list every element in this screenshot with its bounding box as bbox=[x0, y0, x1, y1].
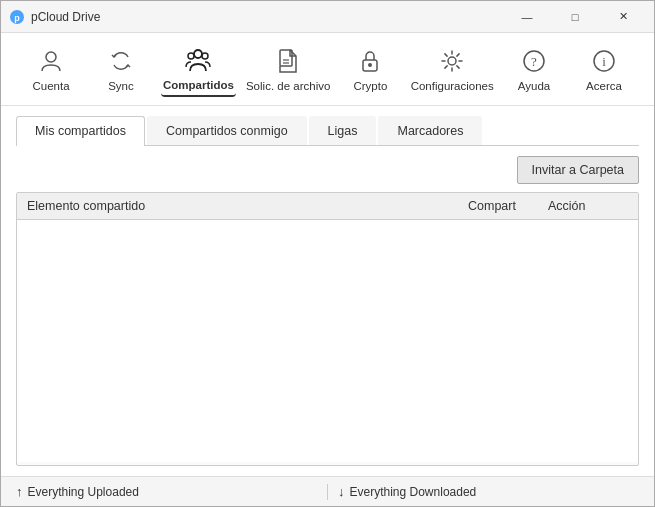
column-header-elemento: Elemento compartido bbox=[27, 199, 468, 213]
configuraciones-icon bbox=[437, 46, 467, 76]
svg-point-3 bbox=[194, 50, 202, 58]
window-controls: — □ ✕ bbox=[504, 1, 646, 33]
cuenta-label: Cuenta bbox=[32, 80, 69, 92]
svg-point-10 bbox=[368, 63, 372, 67]
solic-archivo-icon bbox=[273, 46, 303, 76]
toolbar-item-sync[interactable]: Sync bbox=[91, 42, 151, 96]
sync-label: Sync bbox=[108, 80, 134, 92]
toolbar-item-crypto[interactable]: Crypto bbox=[340, 42, 400, 96]
crypto-icon bbox=[355, 46, 385, 76]
svg-point-5 bbox=[188, 53, 194, 59]
cuenta-icon bbox=[36, 46, 66, 76]
svg-point-11 bbox=[448, 57, 456, 65]
acerca-label: Acerca bbox=[586, 80, 622, 92]
toolbar-item-configuraciones[interactable]: Configuraciones bbox=[410, 42, 494, 96]
window-title: pCloud Drive bbox=[31, 10, 504, 24]
download-status-text: Everything Downloaded bbox=[350, 485, 477, 499]
solic-archivo-label: Solic. de archivo bbox=[246, 80, 330, 92]
toolbar-item-compartidos[interactable]: Compartidos bbox=[161, 41, 236, 97]
column-header-accion: Acción bbox=[548, 199, 628, 213]
upload-status: ↑ Everything Uploaded bbox=[16, 484, 317, 499]
maximize-button[interactable]: □ bbox=[552, 1, 598, 33]
toolbar: Cuenta Sync bbox=[1, 33, 654, 106]
invite-folder-button[interactable]: Invitar a Carpeta bbox=[517, 156, 639, 184]
content-area: Mis compartidos Compartidos conmigo Liga… bbox=[1, 106, 654, 476]
toolbar-item-cuenta[interactable]: Cuenta bbox=[21, 42, 81, 96]
compartidos-label: Compartidos bbox=[163, 79, 234, 91]
status-divider bbox=[327, 484, 328, 500]
sync-icon bbox=[106, 46, 136, 76]
download-status: ↓ Everything Downloaded bbox=[338, 484, 639, 499]
toolbar-item-ayuda[interactable]: ? Ayuda bbox=[504, 42, 564, 96]
svg-text:p: p bbox=[14, 13, 20, 23]
shared-items-table: Elemento compartido Compart Acción bbox=[16, 192, 639, 466]
toolbar-item-solic-archivo[interactable]: Solic. de archivo bbox=[246, 42, 331, 96]
ayuda-icon: ? bbox=[519, 46, 549, 76]
action-bar: Invitar a Carpeta bbox=[16, 156, 639, 184]
upload-icon: ↑ bbox=[16, 484, 23, 499]
crypto-label: Crypto bbox=[353, 80, 387, 92]
ayuda-label: Ayuda bbox=[518, 80, 550, 92]
status-bar: ↑ Everything Uploaded ↓ Everything Downl… bbox=[1, 476, 654, 506]
close-button[interactable]: ✕ bbox=[600, 1, 646, 33]
compartidos-icon bbox=[183, 45, 213, 75]
svg-text:i: i bbox=[602, 54, 606, 69]
tab-bar: Mis compartidos Compartidos conmigo Liga… bbox=[16, 116, 639, 146]
app-icon: p bbox=[9, 9, 25, 25]
table-header: Elemento compartido Compart Acción bbox=[17, 193, 638, 220]
toolbar-item-acerca[interactable]: i Acerca bbox=[574, 42, 634, 96]
column-header-compart: Compart bbox=[468, 199, 548, 213]
upload-status-text: Everything Uploaded bbox=[28, 485, 139, 499]
table-body bbox=[17, 220, 638, 462]
title-bar: p pCloud Drive — □ ✕ bbox=[1, 1, 654, 33]
tab-mis-compartidos[interactable]: Mis compartidos bbox=[16, 116, 145, 146]
svg-text:?: ? bbox=[531, 54, 537, 69]
app-window: p pCloud Drive — □ ✕ Cuenta bbox=[0, 0, 655, 507]
minimize-button[interactable]: — bbox=[504, 1, 550, 33]
tab-compartidos-conmigo[interactable]: Compartidos conmigo bbox=[147, 116, 307, 145]
download-icon: ↓ bbox=[338, 484, 345, 499]
svg-point-4 bbox=[202, 53, 208, 59]
tab-ligas[interactable]: Ligas bbox=[309, 116, 377, 145]
svg-point-2 bbox=[46, 52, 56, 62]
tab-marcadores[interactable]: Marcadores bbox=[378, 116, 482, 145]
acerca-icon: i bbox=[589, 46, 619, 76]
configuraciones-label: Configuraciones bbox=[411, 80, 494, 92]
